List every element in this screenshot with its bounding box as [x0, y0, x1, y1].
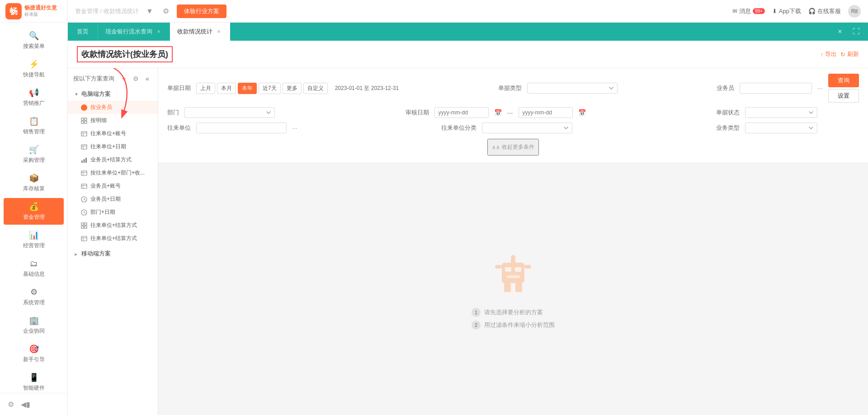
settings-header-icon[interactable]: ⚙ — [160, 6, 171, 17]
left-panel-header: 按以下方案查询 + ⚙ « — [68, 74, 158, 87]
sidebar-item-enterprise[interactable]: 🏢 企业协同 — [0, 311, 67, 340]
service-icon: 🎧 — [808, 8, 816, 14]
purchase-icon: 🛒 — [29, 145, 39, 155]
date-btn-this-month[interactable]: 本月 — [217, 83, 236, 94]
sidebar-item-marketing[interactable]: 📢 营销推广 — [0, 83, 67, 112]
partner-input[interactable] — [196, 123, 287, 133]
tree-item-partner-dept[interactable]: 按往来单位+部门+收... — [68, 166, 158, 179]
tab-bank-flow[interactable]: 现金银行流水查询 × — [98, 23, 170, 41]
partner-more-icon[interactable]: ··· — [292, 124, 297, 132]
dept-select[interactable] — [184, 107, 275, 118]
collapse-sidebar-icon[interactable]: ◀▮ — [20, 399, 31, 410]
sidebar-item-label: 新手引导 — [23, 356, 45, 363]
dropdown-icon[interactable]: ▼ — [144, 6, 155, 17]
header-right: ✉ 消息 99+ ⬇ App下载 🎧 在线客服 Rit — [732, 5, 861, 18]
staff-input[interactable] — [740, 83, 812, 94]
trial-button[interactable]: 体验行业方案 — [177, 5, 226, 18]
breadcrumb: 资金管理 / 收款情况统计 — [75, 7, 139, 15]
tree-item-by-detail[interactable]: 按明细 — [68, 114, 158, 127]
sidebar-item-guide[interactable]: 🎯 新手引导 — [0, 340, 67, 368]
sidebar-item-basic-info[interactable]: 🗂 基础信息 — [0, 254, 67, 283]
by-staff-icon — [80, 104, 88, 111]
page-body: 收款情况统计(按业务员) ↑ 导出 ↻ 刷新 按以下方 — [68, 41, 868, 415]
add-scheme-button[interactable]: + — [119, 74, 129, 84]
partner-category-select[interactable] — [482, 123, 572, 133]
export-button[interactable]: ↑ 导出 — [821, 50, 837, 58]
sidebar-item-fund[interactable]: 💰 资金管理 — [4, 198, 64, 225]
date-btn-more[interactable]: 更多 — [283, 83, 302, 94]
tree-item-partner-settle2[interactable]: 往来单位+结算方式 — [68, 232, 158, 245]
sidebar-item-inventory[interactable]: 📦 库存核算 — [0, 169, 67, 197]
sidebar-item-sales[interactable]: 📋 销售管理 — [0, 112, 67, 140]
svg-rect-37 — [506, 275, 520, 278]
tab-bank-flow-close[interactable]: × — [155, 28, 162, 35]
tab-bank-flow-label: 现金银行流水查询 — [105, 28, 152, 36]
setting-button[interactable]: 设置 — [828, 89, 859, 103]
app-download-item[interactable]: ⬇ App下载 — [772, 7, 801, 15]
collapse-row: ∧∧ 收起更多条件 — [167, 135, 859, 157]
date-btn-this-year[interactable]: 本年 — [238, 83, 257, 94]
sidebar-item-label: 经营管理 — [23, 242, 45, 250]
refresh-label: 刷新 — [847, 50, 859, 58]
tree-item-by-staff[interactable]: 按业务员 — [68, 101, 158, 114]
messages-badge: 99+ — [753, 8, 765, 14]
sidebar-item-quick-nav[interactable]: ⚡ 快捷导航 — [0, 55, 67, 83]
review-date-end[interactable] — [519, 107, 573, 118]
refresh-button[interactable]: ↻ 刷新 — [840, 50, 859, 58]
tree-item-label: 往来单位+结算方式 — [90, 235, 137, 242]
tree-item-dept-date[interactable]: 部门+日期 — [68, 206, 158, 219]
messages-item[interactable]: ✉ 消息 99+ — [732, 7, 765, 15]
mobile-section-header[interactable]: ▼ 移动端方案 — [68, 247, 158, 260]
svg-rect-14 — [85, 158, 87, 163]
left-panel: 按以下方案查询 + ⚙ « — [68, 68, 158, 415]
settings-footer-icon[interactable]: ⚙ — [5, 399, 16, 410]
download-icon: ⬇ — [772, 8, 777, 14]
collapse-button[interactable]: ∧∧ 收起更多条件 — [487, 139, 539, 156]
scheme-settings-icon[interactable]: ⚙ — [131, 74, 141, 84]
filter-row-2: 部门 审核日期 📅 — 📅 — [167, 107, 859, 118]
tree-item-partner-settle1[interactable]: 往来单位+结算方式 — [68, 219, 158, 232]
sidebar-item-operation[interactable]: 📊 经营管理 — [0, 226, 67, 254]
tab-collection-stat-close[interactable]: × — [215, 28, 222, 35]
status-select[interactable] — [745, 107, 817, 118]
date-btn-custom[interactable]: 自定义 — [303, 83, 328, 94]
calendar-start-icon[interactable]: 📅 — [494, 109, 502, 116]
sidebar-item-purchase[interactable]: 🛒 采购管理 — [0, 140, 67, 169]
tree-item-label: 业务员+日期 — [90, 195, 121, 203]
staff-more-icon[interactable]: ··· — [817, 85, 823, 92]
desktop-section-header[interactable]: ▼ 电脑端方案 — [68, 87, 158, 101]
tree-item-staff-account[interactable]: 业务员+账号 — [68, 179, 158, 193]
svg-rect-34 — [502, 263, 524, 283]
sidebar-item-search-menu[interactable]: 🔍 搜索菜单 — [0, 26, 67, 55]
page-actions: ↑ 导出 ↻ 刷新 — [821, 50, 859, 58]
sidebar-item-system[interactable]: ⚙ 系统管理 — [0, 283, 67, 311]
page-title: 收款情况统计(按业务员) — [77, 46, 173, 62]
tree-item-partner-account[interactable]: 往来单位+账号 — [68, 127, 158, 140]
review-date-start[interactable] — [434, 107, 489, 118]
tree-item-staff-settle[interactable]: 业务员+结算方式 — [68, 153, 158, 166]
partner-category-label: 往来单位分类 — [441, 124, 476, 132]
user-avatar[interactable]: Rit — [848, 5, 861, 18]
tree-item-staff-date[interactable]: 业务员+日期 — [68, 193, 158, 206]
svg-rect-42 — [504, 283, 511, 292]
biz-type-select[interactable] — [745, 123, 817, 133]
staff-settle-icon — [80, 156, 88, 164]
tab-home[interactable]: 首页 — [68, 23, 98, 41]
query-button[interactable]: 查询 — [828, 74, 859, 87]
category-select[interactable] — [527, 83, 618, 94]
date-btn-7days[interactable]: 近7天 — [259, 83, 281, 94]
tab-close-all-icon[interactable]: × — [834, 25, 846, 38]
date-btn-last-month[interactable]: 上月 — [196, 83, 215, 94]
calendar-end-icon[interactable]: 📅 — [578, 109, 586, 116]
collapse-panel-icon[interactable]: « — [142, 74, 152, 84]
hint-1-text: 请先选择要分析的方案 — [484, 308, 543, 316]
partner-settle1-icon — [80, 222, 88, 229]
sidebar-item-smart-hw[interactable]: 📱 智能硬件 — [0, 368, 67, 393]
tab-bar-right: × ⛶ — [828, 23, 868, 41]
date-btn-group: 上月 本月 本年 近7天 更多 自定义 — [196, 83, 328, 94]
messages-label: 消息 — [739, 7, 751, 15]
tab-maximize-icon[interactable]: ⛶ — [850, 25, 863, 38]
tree-item-partner-date[interactable]: 往来单位+日期 — [68, 140, 158, 153]
online-service-item[interactable]: 🎧 在线客服 — [808, 7, 841, 15]
tab-collection-stat[interactable]: 收款情况统计 × — [170, 23, 230, 41]
